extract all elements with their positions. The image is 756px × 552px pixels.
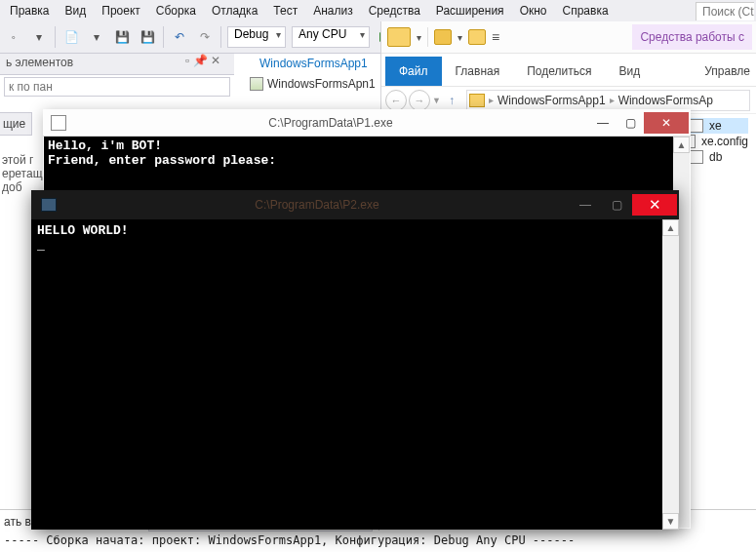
address-field[interactable]: ▸ WindowsFormsApp1 ▸ WindowsFormsAp [466,90,750,111]
folder-icon[interactable] [468,29,486,45]
menu-debug[interactable]: Отладка [204,1,265,20]
p1-console-output: Hello, i'm BOT! Friend, enter password p… [44,137,690,170]
p1-title: C:\ProgramData\P1.exe [72,116,589,130]
toolbar-separator [55,26,56,48]
overflow-icon[interactable]: ≡ [492,29,499,45]
app-icon [41,198,57,212]
explorer-quick-toolbar: ▾ ▾ ≡ Средства работы с [381,21,756,54]
global-search-input[interactable]: Поиск (Ctrl+Q [696,2,754,20]
tab-file[interactable]: Файл [385,57,442,86]
redo-icon[interactable]: ↷ [195,27,215,47]
close-button[interactable]: ✕ [632,194,677,216]
menu-build[interactable]: Сборка [148,1,204,20]
menu-help[interactable]: Справка [555,1,617,20]
undo-icon[interactable]: ↶ [170,27,189,47]
editor-nav-text: WindowsFormsApn1 [267,77,376,91]
editor-nav-combo[interactable]: WindowsFormsApn1 [250,75,376,93]
tab-home[interactable]: Главная [442,57,514,86]
ribbon-contextual-label: Средства работы с [632,24,752,50]
new-file-icon[interactable]: 📄 [61,27,81,47]
breadcrumb-part[interactable]: WindowsFormsApp1 [497,94,606,107]
menu-project[interactable]: Проект [94,1,148,20]
explorer-ribbon-tabs: Файл Главная Поделиться Вид Управле [381,54,756,87]
folder-icon[interactable] [434,29,452,45]
history-dropdown-icon[interactable]: ▼ [432,96,441,105]
file-icon [690,119,703,133]
save-icon[interactable]: 💾 [112,27,132,47]
list-item[interactable]: xe [690,118,748,134]
tab-view[interactable]: Вид [605,57,654,86]
close-button[interactable]: ✕ [644,112,689,134]
nav-fwd-icon[interactable]: ▾ [29,27,49,47]
chevron-right-icon[interactable]: ▸ [489,95,494,105]
project-icon [250,77,263,91]
p1-titlebar[interactable]: C:\ProgramData\P1.exe — ▢ ✕ [43,109,691,137]
menu-window[interactable]: Окно [512,1,555,20]
breadcrumb-part[interactable]: WindowsFormsAp [618,94,713,107]
p2-console-body[interactable]: HELLO WORLD! _ ▲ ▼ [31,219,679,530]
scroll-up-icon[interactable]: ▲ [662,219,679,236]
menu-tools[interactable]: Средства [361,1,428,20]
tab-contextual[interactable]: Управле [700,57,754,86]
toolbox-search-row [0,75,234,99]
nav-back-button[interactable]: ← [385,90,407,111]
maximize-button[interactable]: ▢ [617,112,644,134]
app-icon [51,115,66,131]
explorer-file-list: xe xe.config db [680,114,756,169]
scroll-down-icon[interactable]: ▼ [662,513,679,530]
folder-icon[interactable] [387,27,411,47]
file-icon [690,150,703,164]
list-item[interactable]: xe.config [690,134,748,149]
dropdown-icon[interactable]: ▾ [458,32,462,43]
menu-test[interactable]: Тест [265,1,305,20]
platform-select[interactable]: Any CPU [292,26,370,48]
open-icon[interactable]: ▾ [87,27,106,47]
minimize-button[interactable]: — [589,112,617,134]
toolbar-separator [163,26,164,48]
console-window-p2: C:\ProgramData\P2.exe — ▢ ✕ HELLO WORLD!… [31,190,679,530]
menu-view[interactable]: Вид [58,1,95,20]
nav-forward-button[interactable]: → [409,90,430,111]
minimize-button[interactable]: — [570,194,601,216]
tab-share[interactable]: Поделиться [513,57,605,86]
save-all-icon[interactable]: 💾 [138,27,157,47]
toolbox-search-input[interactable] [4,77,230,97]
build-log-line: ----- Сборка начата: проект: WindowsForm… [4,532,752,547]
nav-back-icon[interactable]: ◦ [4,27,23,47]
p2-title: C:\ProgramData\P2.exe [64,198,570,212]
maximize-button[interactable]: ▢ [601,194,632,216]
list-item[interactable]: db [690,149,748,165]
config-select[interactable]: Debug [227,26,286,48]
p2-titlebar[interactable]: C:\ProgramData\P2.exe — ▢ ✕ [31,190,679,219]
menu-extensions[interactable]: Расширения [428,1,512,20]
panel-header-tools: ▫ 📌 ✕ [185,54,220,67]
toolbox-group-tab[interactable]: щие [0,112,32,136]
vertical-scrollbar[interactable]: ▲ ▼ [662,219,679,530]
pin-icon[interactable]: ▫ 📌 ✕ [185,54,220,67]
toolbar-separator [220,26,221,48]
nav-up-button[interactable]: ↑ [443,92,460,109]
chevron-right-icon[interactable]: ▸ [610,95,615,105]
menu-edit[interactable]: Правка [2,1,58,20]
folder-icon [469,94,485,107]
dropdown-icon[interactable]: ▾ [417,32,421,43]
scroll-up-icon[interactable]: ▲ [673,137,690,153]
vs-menubar: Правка Вид Проект Сборка Отладка Тест Ан… [0,0,756,21]
editor-tab[interactable]: WindowsFormsApp1 [250,54,378,75]
p2-console-output: HELLO WORLD! _ [31,219,679,256]
menu-analyze[interactable]: Анализ [305,1,361,20]
